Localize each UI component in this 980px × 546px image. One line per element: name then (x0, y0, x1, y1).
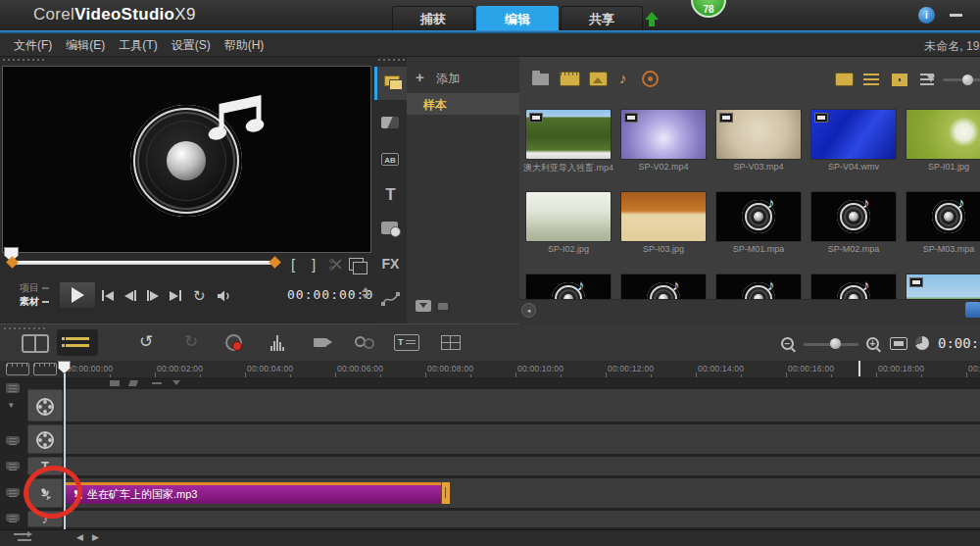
fit-timeline-icon[interactable] (890, 337, 907, 350)
library-thumbnail-1-1[interactable] (621, 192, 706, 241)
track-swap-icon[interactable] (6, 383, 20, 393)
ripple-edit-icon[interactable] (33, 363, 57, 375)
grab-frame-icon[interactable] (349, 258, 364, 271)
repeat-button[interactable]: ↻ (193, 287, 206, 305)
go-end-button[interactable] (170, 290, 181, 301)
timeline-audio-clip[interactable]: 坐在矿车上的国家.mp3 (66, 482, 450, 504)
minimize-icon[interactable] (950, 14, 962, 17)
nav-filter-button[interactable]: FX (374, 247, 407, 280)
nav-graphic-button[interactable] (374, 212, 407, 245)
subtitle-editor-icon[interactable]: T (394, 334, 419, 351)
nav-media-button[interactable] (374, 67, 407, 100)
tab-capture[interactable]: 捕获 (392, 6, 474, 30)
track-option-icon-3[interactable] (152, 382, 162, 384)
browse-folder-icon[interactable] (532, 74, 549, 85)
import-board-icon[interactable] (416, 300, 431, 312)
track-header-voice[interactable] (27, 478, 63, 508)
menu-item-0[interactable]: 文件(F) (14, 37, 52, 54)
play-button[interactable] (59, 281, 96, 309)
voice-track-gutter-icon[interactable] (6, 488, 20, 496)
library-thumbnail-0-2[interactable] (716, 110, 801, 159)
sound-mixer-icon[interactable] (270, 335, 284, 351)
menu-item-1[interactable]: 编辑(E) (66, 37, 105, 54)
music-track-gutter-icon[interactable] (6, 514, 20, 521)
panel-splitter-handle[interactable] (3, 59, 44, 63)
mode-project-toggle[interactable]: 项目 (20, 281, 49, 295)
track-row-video[interactable] (65, 389, 980, 422)
timeline-time-display[interactable]: 0:00:0 (938, 335, 980, 351)
undo-button[interactable]: ↺ (139, 331, 153, 352)
zoom-out-icon[interactable]: − (781, 337, 794, 350)
track-header-overlay[interactable] (27, 424, 63, 454)
library-thumbnail-1-2[interactable]: ♪ (716, 192, 801, 241)
add-folder-button[interactable]: + 添加 (416, 69, 514, 90)
upgrade-arrow-icon[interactable] (645, 12, 659, 26)
track-header-title[interactable]: T (27, 457, 63, 475)
auto-music-icon[interactable] (355, 336, 378, 350)
filter-audio-icon[interactable]: ♪ (619, 70, 627, 86)
mark-out-button[interactable]: ] (312, 256, 316, 273)
library-thumbnail-1-3[interactable]: ♪ (811, 192, 896, 241)
track-option-icon-1[interactable] (110, 380, 120, 386)
library-thumbnail-1-0[interactable] (526, 192, 611, 241)
nav-transition-button[interactable]: AB (374, 143, 407, 176)
track-manager-icon[interactable] (441, 335, 461, 350)
filter-360-icon[interactable] (642, 71, 659, 87)
collapse-panel-icon[interactable]: ◂ (521, 303, 536, 318)
timeline-playhead-line[interactable] (64, 373, 66, 529)
mark-in-button[interactable]: [ (291, 256, 295, 273)
folder-item-samples[interactable]: 样本 (407, 93, 519, 115)
track-row-music[interactable] (65, 511, 980, 527)
swap-tracks-icon[interactable] (14, 533, 35, 542)
library-splitter-handle[interactable] (378, 59, 405, 63)
clip-trim-handle[interactable] (441, 482, 450, 504)
scroll-right-icon[interactable]: ▶ (92, 532, 99, 542)
timeline-view-button[interactable] (57, 329, 98, 356)
tab-edit[interactable]: 编辑 (476, 6, 559, 30)
panel-footer-icon[interactable] (438, 303, 448, 310)
track-row-title[interactable] (65, 457, 980, 475)
library-footer-blue-icon[interactable] (965, 302, 980, 318)
track-header-music[interactable]: ♪ (27, 511, 63, 527)
tab-share[interactable]: 共享 (561, 6, 643, 30)
next-frame-button[interactable] (147, 290, 159, 301)
view-list-icon[interactable] (863, 74, 879, 86)
filter-photos-icon[interactable] (589, 72, 608, 86)
view-single-icon[interactable] (835, 73, 854, 86)
track-option-chevron-icon[interactable] (172, 380, 180, 385)
menu-item-2[interactable]: 工具(T) (119, 37, 157, 54)
view-grid-icon[interactable] (892, 74, 907, 86)
library-thumbnail-0-3[interactable] (811, 110, 896, 159)
trim-end-marker[interactable] (269, 256, 281, 269)
mode-clip-toggle[interactable]: 素材 (20, 295, 49, 309)
library-thumbnail-1-4[interactable]: ♪ (906, 192, 980, 241)
timeline-zoom-knob[interactable] (830, 338, 841, 349)
sort-icon[interactable] (920, 74, 934, 86)
record-capture-icon[interactable] (225, 334, 242, 351)
menu-item-4[interactable]: 帮助(H) (224, 37, 265, 54)
prev-frame-button[interactable] (124, 290, 136, 301)
track-collapse-chevron-icon[interactable]: ▾ (9, 400, 14, 410)
scroll-left-icon[interactable]: ◀ (76, 532, 83, 542)
redo-button[interactable]: ↻ (184, 331, 198, 352)
track-row-overlay[interactable] (65, 424, 980, 454)
nav-instant-project-button[interactable] (374, 106, 407, 139)
timeline-ruler[interactable]: 00:00:00:0000:00:02:0000:00:04:0000:00:0… (0, 361, 980, 378)
overlay-track-gutter-icon[interactable] (6, 436, 20, 444)
thumbnail-size-slider[interactable] (943, 78, 980, 81)
timeline-splitter-handle[interactable] (4, 327, 45, 331)
duration-icon[interactable] (915, 336, 929, 350)
library-thumbnail-0-1[interactable] (621, 110, 706, 159)
volume-icon[interactable] (217, 290, 231, 302)
thumbnail-size-knob[interactable] (962, 74, 973, 85)
help-icon[interactable]: i (918, 7, 935, 24)
motion-tracking-icon[interactable] (314, 338, 326, 347)
timecode-spinner[interactable] (362, 287, 369, 299)
nav-motion-path-button[interactable] (374, 282, 407, 316)
library-thumbnail-0-0[interactable] (526, 110, 611, 159)
filter-videos-icon[interactable] (560, 72, 580, 86)
nav-title-button[interactable]: T (374, 178, 407, 212)
title-track-gutter-icon[interactable] (6, 462, 20, 470)
track-header-video[interactable] (27, 389, 63, 422)
split-clip-icon[interactable] (329, 259, 343, 271)
